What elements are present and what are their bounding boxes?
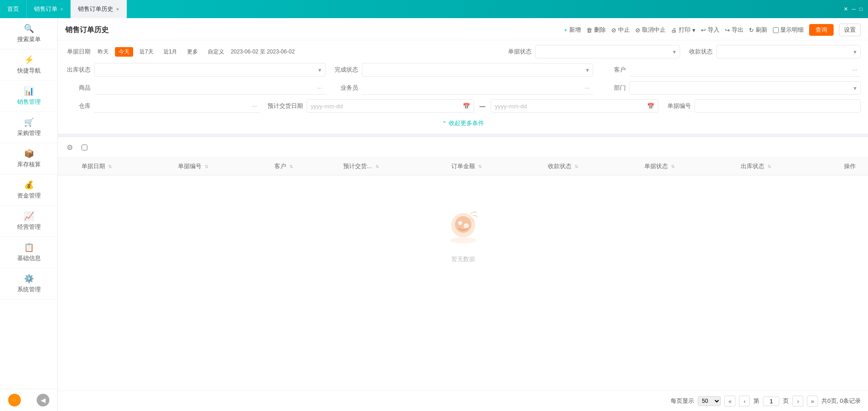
- stop-button[interactable]: ⊘ 中止: [611, 26, 630, 34]
- settings-label: 设置: [844, 26, 856, 34]
- payment-status-label: 收款状态: [687, 48, 713, 56]
- th-operations: 操作: [832, 158, 868, 175]
- sidebar-item-quick-nav[interactable]: ⚡ 快捷导航: [0, 49, 58, 81]
- page-header: 销售订单历史 + 新增 🗑 删除 ⊘ 中止 ⊘: [58, 18, 868, 40]
- warehouse-control[interactable]: ···: [94, 99, 260, 113]
- department-control[interactable]: ▾: [629, 81, 861, 95]
- department-label: 部门: [600, 84, 626, 92]
- data-table: 单据日期 ⇅ 单据编号 ⇅ 客户 ⇅: [58, 158, 868, 175]
- import-button[interactable]: ↩ 导入: [701, 26, 719, 34]
- settings-button[interactable]: 设置: [839, 24, 861, 36]
- sidebar-item-sales[interactable]: 📊 销售管理: [0, 81, 58, 112]
- toolbar: + 新增 🗑 删除 ⊘ 中止 ⊘ 取消中止: [564, 24, 861, 36]
- collapse-button[interactable]: ⌃ 收起更多条件: [65, 117, 861, 129]
- jump-label: 第: [753, 397, 759, 405]
- order-status-control[interactable]: ▾: [535, 45, 680, 58]
- sidebar-item-finance[interactable]: 💰 资金管理: [0, 174, 58, 206]
- date-chip-today[interactable]: 今天: [115, 47, 133, 57]
- order-status-label: 单据状态: [506, 48, 532, 56]
- th-status[interactable]: 单据状态 ⇅: [639, 158, 735, 175]
- th-status-label: 单据状态: [644, 163, 668, 169]
- filter-row-1: 单据日期 昨天 今天 近7天 近1月 更多 自定义 2023-06-02 至 2…: [65, 45, 861, 58]
- display-cols-checkbox[interactable]: [773, 27, 779, 33]
- print-button[interactable]: 🖨 打印 ▾: [671, 26, 695, 34]
- date-chip-more[interactable]: 更多: [183, 47, 201, 57]
- th-payment[interactable]: 收款状态 ⇅: [542, 158, 639, 175]
- th-checkbox: [58, 158, 76, 175]
- filter-delivery-date: 预计交货日期 yyyy-mm-dd 📅 — yyyy-mm-dd 📅: [268, 99, 658, 113]
- filter-product: 商品 ···: [65, 81, 326, 95]
- select-all-checkbox[interactable]: [82, 145, 87, 150]
- table-area: ⚙ 单据日期 ⇅ 单: [58, 137, 868, 411]
- outbound-status-control[interactable]: ▾: [94, 63, 326, 77]
- sidebar-item-quick-nav-label: 快捷导航: [17, 67, 41, 75]
- tab-sales-order[interactable]: 销售订单 ×: [27, 0, 71, 18]
- date-chip-custom[interactable]: 自定义: [204, 47, 228, 57]
- close-window-icon[interactable]: ✕: [844, 6, 848, 12]
- product-control[interactable]: ···: [94, 81, 326, 95]
- sales-icon: 📊: [24, 86, 34, 96]
- salesperson-control[interactable]: ···: [362, 81, 593, 95]
- refresh-button[interactable]: ↻ 刷新: [749, 26, 767, 34]
- user-settings-icon[interactable]: 🔆: [8, 394, 21, 406]
- display-cols-button[interactable]: 显示明细: [773, 26, 804, 34]
- delivery-date-to[interactable]: yyyy-mm-dd 📅: [491, 99, 658, 113]
- calendar-from-icon[interactable]: 📅: [463, 103, 470, 110]
- next-page-button[interactable]: ›: [792, 396, 803, 406]
- delivery-date-from[interactable]: yyyy-mm-dd 📅: [307, 99, 474, 113]
- tab-sales-order-history[interactable]: 销售订单历史 ×: [71, 0, 126, 18]
- sidebar-item-inventory[interactable]: 📦 库存核算: [0, 143, 58, 174]
- minimize-icon[interactable]: ─: [852, 6, 856, 12]
- th-amount[interactable]: 订单金额 ⇅: [446, 158, 542, 175]
- sidebar-bottom: 🔆 ◀: [0, 389, 58, 411]
- page-label: 页: [783, 397, 789, 405]
- date-chip-yesterday[interactable]: 昨天: [94, 47, 112, 57]
- delete-button[interactable]: 🗑 删除: [586, 26, 606, 34]
- maximize-icon[interactable]: □: [859, 6, 863, 12]
- quick-nav-icon: ⚡: [24, 55, 34, 65]
- export-label: 导出: [732, 26, 743, 34]
- th-customer-label: 客户: [274, 163, 286, 169]
- total-info: 共0页, 0条记录: [821, 397, 861, 405]
- payment-status-control[interactable]: ▾: [716, 45, 861, 58]
- sidebar-item-purchase[interactable]: 🛒 采购管理: [0, 112, 58, 143]
- th-delivery[interactable]: 预计交货... ⇅: [338, 158, 446, 175]
- th-outbound[interactable]: 出库状态 ⇅: [735, 158, 832, 175]
- customer-control[interactable]: ···: [629, 63, 861, 77]
- search-icon: 🔍: [24, 24, 34, 34]
- tab-home[interactable]: 首页: [0, 0, 27, 18]
- tab-sales-order-close[interactable]: ×: [60, 6, 63, 12]
- sidebar-item-system[interactable]: ⚙️ 系统管理: [0, 268, 58, 300]
- query-label: 查询: [815, 26, 827, 34]
- completion-status-control[interactable]: ▾: [362, 63, 593, 77]
- sidebar-item-search[interactable]: 🔍 搜索菜单: [0, 18, 58, 49]
- query-button[interactable]: 查询: [809, 24, 834, 36]
- date-chip-7days[interactable]: 近7天: [136, 47, 157, 57]
- page-number-input[interactable]: [763, 396, 779, 406]
- last-page-button[interactable]: »: [807, 396, 818, 406]
- sidebar-item-operations[interactable]: 📈 经营管理: [0, 206, 58, 237]
- collapse-label: 收起更多条件: [449, 119, 484, 127]
- prev-page-button[interactable]: ‹: [739, 396, 750, 406]
- th-date[interactable]: 单据日期 ⇅: [76, 158, 173, 175]
- per-page-select[interactable]: 50 10 20 100: [698, 396, 721, 406]
- sort-status-icon: ⇅: [671, 164, 675, 169]
- first-page-button[interactable]: «: [724, 396, 735, 406]
- filter-row-3: 商品 ··· 业务员 ··· 部门: [65, 81, 861, 95]
- main-layout: 🔍 搜索菜单 ⚡ 快捷导航 📊 销售管理 🛒 采购管理 📦 库存核算 💰 资金管…: [0, 18, 868, 411]
- table-settings-icon[interactable]: ⚙: [63, 141, 76, 154]
- tab-sales-order-history-close[interactable]: ×: [116, 6, 119, 12]
- th-number[interactable]: 单据编号 ⇅: [173, 158, 269, 175]
- add-button[interactable]: + 新增: [564, 26, 581, 34]
- calendar-to-icon[interactable]: 📅: [647, 103, 654, 110]
- export-button[interactable]: ↪ 导出: [725, 26, 743, 34]
- empty-text: 暂无数据: [451, 255, 475, 263]
- th-payment-label: 收款状态: [548, 163, 571, 169]
- date-chip-1month[interactable]: 近1月: [160, 47, 181, 57]
- th-delivery-label: 预计交货...: [343, 163, 372, 169]
- collapse-sidebar-icon[interactable]: ◀: [37, 394, 49, 406]
- cancel-stop-button[interactable]: ⊘ 取消中止: [635, 26, 666, 34]
- th-customer[interactable]: 客户 ⇅: [269, 158, 338, 175]
- sidebar-item-base[interactable]: 📋 基础信息: [0, 237, 58, 268]
- order-number-control[interactable]: [695, 99, 861, 113]
